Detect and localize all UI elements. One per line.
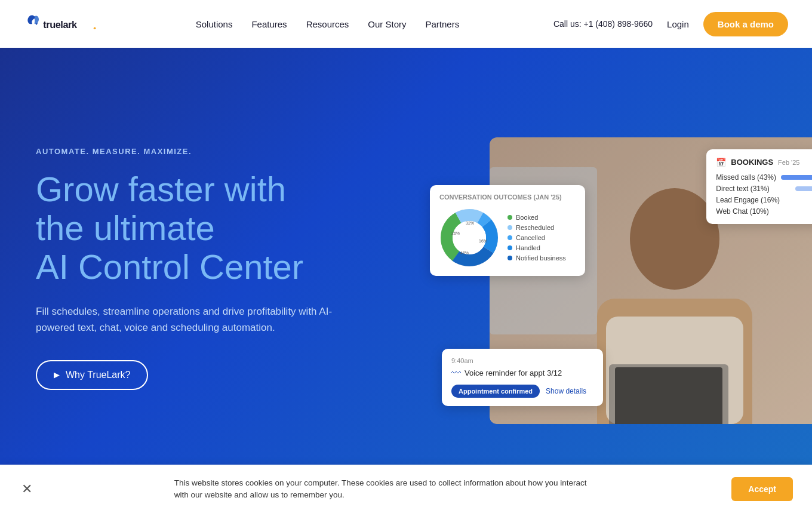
cookie-text: This website stores cookies on your comp… [174, 477, 592, 502]
navbar: truelark Solutions Features Resources Ou… [0, 0, 812, 48]
hero-visual: 📅 BOOKINGS Feb '25 Missed calls (43%) Di… [490, 48, 812, 513]
legend-dot-handled [508, 245, 512, 250]
booking-label-3: Lead Engage (16%) [716, 196, 780, 204]
legend-booked: Booked [508, 214, 566, 221]
calendar-icon: 📅 [716, 158, 726, 167]
legend-label-booked: Booked [516, 214, 538, 221]
legend-rescheduled: Rescheduled [508, 224, 566, 231]
why-truelark-button[interactable]: ▶ Why TrueLark? [36, 360, 148, 390]
donut-chart: 26% 32% 16% 46% [439, 208, 499, 268]
voice-time: 9:40am [451, 357, 593, 364]
logo-link[interactable]: truelark [24, 12, 102, 36]
booking-fill-1 [781, 175, 812, 180]
donut-title: CONVERSATION OUTCOMES (Jan '25) [439, 193, 576, 201]
logo-svg: truelark [24, 12, 102, 36]
hero-heading-line2: the ultimate [36, 208, 215, 247]
book-demo-button[interactable]: Book a demo [703, 12, 788, 36]
svg-text:truelark: truelark [43, 19, 78, 30]
nav-solutions[interactable]: Solutions [196, 19, 233, 29]
why-truelark-label: Why TrueLark? [66, 370, 130, 380]
hero-heading-line3: AI Control Center [36, 247, 303, 286]
svg-point-16 [453, 221, 486, 254]
hero-section: AUTOMATE. MEASURE. MAXIMIZE. Grow faster… [0, 0, 812, 513]
bookings-card: 📅 BOOKINGS Feb '25 Missed calls (43%) Di… [706, 149, 812, 224]
confirmed-badge: Appointment confirmed [451, 385, 540, 398]
hero-content: AUTOMATE. MEASURE. MAXIMIZE. Grow faster… [36, 147, 406, 389]
cookie-close-button[interactable]: ✕ [19, 479, 35, 499]
svg-text:46%: 46% [460, 251, 469, 255]
nav-right: Call us: +1 (408) 898-9660 Login Book a … [553, 12, 788, 36]
svg-text:16%: 16% [479, 239, 487, 243]
cookie-accept-button[interactable]: Accept [731, 477, 793, 501]
donut-card: CONVERSATION OUTCOMES (Jan '25) [430, 185, 585, 276]
wave-icon: 〰 [451, 368, 461, 379]
nav-resources[interactable]: Resources [306, 19, 349, 29]
svg-point-1 [94, 27, 96, 29]
voice-card: 9:40am 〰 Voice reminder for appt 3/12 Ap… [442, 349, 603, 406]
nav-links: Solutions Features Resources Our Story P… [196, 19, 460, 29]
booking-row-2: Direct text (31%) [716, 185, 812, 193]
legend-dot-booked [508, 215, 512, 220]
hero-heading: Grow faster with the ultimate AI Control… [36, 170, 406, 287]
legend-label-cancelled: Cancelled [516, 234, 545, 241]
legend-cancelled: Cancelled [508, 234, 566, 241]
donut-legend: Booked Rescheduled Cancelled Handle [508, 214, 566, 262]
legend-handled: Handled [508, 244, 566, 251]
legend-dot-cancelled [508, 235, 512, 240]
bookings-title: BOOKINGS [731, 158, 773, 167]
booking-label-1: Missed calls (43%) [716, 173, 776, 182]
svg-text:32%: 32% [466, 221, 474, 225]
donut-body: 26% 32% 16% 46% Booked Rescheduled [439, 208, 576, 268]
cookie-banner: ✕ This website stores cookies on your co… [0, 465, 812, 514]
booking-row-1: Missed calls (43%) [716, 173, 812, 182]
booking-label-4: Web Chat (10%) [716, 207, 768, 216]
nav-phone: Call us: +1 (408) 898-9660 [553, 19, 653, 29]
booking-row-3: Lead Engage (16%) [716, 196, 812, 204]
show-details-link[interactable]: Show details [546, 387, 586, 395]
legend-label-handled: Handled [516, 244, 540, 251]
bookings-bars: Missed calls (43%) Direct text (31%) Lea… [716, 173, 812, 216]
nav-partners[interactable]: Partners [426, 19, 460, 29]
svg-text:26%: 26% [451, 231, 460, 235]
nav-login[interactable]: Login [667, 19, 689, 29]
play-icon: ▶ [54, 370, 60, 379]
booking-fill-2 [795, 186, 812, 191]
legend-dot-notified [508, 256, 512, 260]
legend-label-rescheduled: Rescheduled [516, 224, 554, 231]
bookings-date: Feb '25 [778, 159, 799, 166]
legend-notified: Notified business [508, 254, 566, 262]
booking-row-4: Web Chat (10%) [716, 207, 812, 216]
voice-footer: Appointment confirmed Show details [451, 385, 593, 398]
hero-eyebrow: AUTOMATE. MEASURE. MAXIMIZE. [36, 147, 406, 156]
booking-label-2: Direct text (31%) [716, 185, 769, 193]
hero-heading-line1: Grow faster with [36, 170, 286, 208]
voice-message: Voice reminder for appt 3/12 [465, 368, 562, 377]
svg-rect-8 [615, 367, 722, 424]
hero-subtext: Fill schedules, streamline operations an… [36, 303, 346, 336]
legend-dot-rescheduled [508, 225, 512, 230]
nav-features[interactable]: Features [251, 19, 287, 29]
nav-our-story[interactable]: Our Story [368, 19, 406, 29]
legend-label-notified: Notified business [516, 254, 566, 262]
